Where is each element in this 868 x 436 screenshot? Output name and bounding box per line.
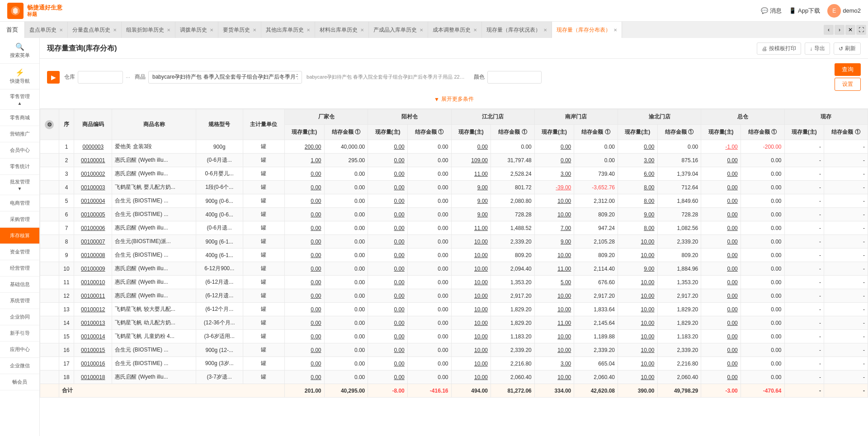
cell-total-qty[interactable]: 0.00: [701, 289, 741, 303]
tab-home[interactable]: 首页: [0, 22, 25, 38]
cell-mucun-qty[interactable]: 0.00: [368, 262, 407, 276]
cell-total-qty[interactable]: 0.00: [701, 330, 741, 343]
cell-code[interactable]: 00100006: [74, 221, 112, 235]
cell-yubei-qty[interactable]: 9.00: [618, 262, 657, 276]
tab-close-icon[interactable]: ✕: [307, 28, 310, 33]
cell-code[interactable]: 00100009: [74, 262, 112, 276]
sidebar-item-basic-info[interactable]: 基础信息: [0, 277, 39, 293]
warehouse-more-icon[interactable]: ···: [126, 74, 130, 80]
sidebar-item-wholesale[interactable]: 批发管理 ▼: [0, 175, 39, 195]
tab-chancheng[interactable]: 产成品入库单历史 ✕: [369, 22, 428, 38]
export-btn[interactable]: ↓ 导出: [805, 42, 830, 55]
tab-close-icon[interactable]: ✕: [613, 28, 617, 33]
tab-xiancunl-kuangkuang[interactable]: 现存量（库存状况表） ✕: [482, 22, 552, 38]
cell-nanan-qty[interactable]: 0.00: [534, 154, 574, 167]
cell-factory-qty[interactable]: 0.00: [285, 289, 324, 303]
sidebar-item-system[interactable]: 系统管理: [0, 293, 39, 309]
settings-icon[interactable]: ⚙: [45, 120, 54, 129]
cell-total-qty[interactable]: 0.00: [701, 181, 741, 194]
cell-jiangbei-qty[interactable]: 9.00: [451, 208, 491, 221]
cell-mucun-qty[interactable]: 0.00: [368, 235, 407, 248]
cell-jiangbei-qty[interactable]: 10.00: [451, 330, 491, 343]
sidebar-item-finance[interactable]: 资金管理: [0, 244, 39, 260]
cell-factory-qty[interactable]: 200.00: [285, 140, 324, 154]
cell-factory-qty[interactable]: 0.00: [285, 221, 324, 235]
cell-yubei-qty[interactable]: 10.00: [618, 316, 657, 330]
tab-zuzhuang[interactable]: 组装折卸单历史 ✕: [122, 22, 175, 38]
cell-yubei-qty[interactable]: 10.00: [618, 370, 657, 384]
cell-jiangbei-qty[interactable]: 11.00: [451, 167, 491, 181]
cell-jiangbei-qty[interactable]: 11.00: [451, 221, 491, 235]
tab-close-icon[interactable]: ✕: [420, 28, 423, 33]
print-btn[interactable]: 🖨 按模板打印: [757, 42, 801, 55]
cell-mucun-qty[interactable]: 0.00: [368, 167, 407, 181]
search-btn[interactable]: 查询: [835, 63, 861, 76]
cell-code[interactable]: 00100001: [74, 154, 112, 167]
cell-nanan-qty[interactable]: 10.00: [534, 330, 574, 343]
cell-factory-qty[interactable]: 0.00: [285, 262, 324, 276]
cell-factory-qty[interactable]: 0.00: [285, 181, 324, 194]
refresh-btn[interactable]: ↺ 刷新: [834, 42, 861, 55]
cell-total-qty[interactable]: 0.00: [701, 208, 741, 221]
cell-code[interactable]: 0000003: [74, 140, 112, 154]
cell-factory-qty[interactable]: 0.00: [285, 167, 324, 181]
cell-mucun-qty[interactable]: 0.00: [368, 276, 407, 289]
cell-nanan-qty[interactable]: 11.00: [534, 316, 574, 330]
cell-jiangbei-qty[interactable]: 9.00: [451, 194, 491, 208]
cell-factory-qty[interactable]: 0.00: [285, 248, 324, 262]
cell-total-qty[interactable]: 0.00: [701, 357, 741, 370]
cell-factory-qty[interactable]: 0.00: [285, 194, 324, 208]
cell-mucun-qty[interactable]: 0.00: [368, 181, 407, 194]
cell-factory-qty[interactable]: 0.00: [285, 357, 324, 370]
expand-conditions-btn[interactable]: ▼ 展开更多条件: [47, 94, 861, 104]
cell-total-qty[interactable]: 0.00: [701, 248, 741, 262]
sidebar-item-retail-mall[interactable]: 零售商城: [0, 110, 39, 126]
cell-yubei-qty[interactable]: 9.00: [618, 208, 657, 221]
cell-total-qty[interactable]: 0.00: [701, 167, 741, 181]
tab-yaohuo[interactable]: 要货单历史 ✕: [218, 22, 261, 38]
cell-code[interactable]: 00100016: [74, 357, 112, 370]
cell-nanan-qty[interactable]: 3.00: [534, 167, 574, 181]
filter-toggle-btn[interactable]: ▶: [47, 71, 60, 84]
cell-nanan-qty[interactable]: 10.00: [534, 343, 574, 357]
tabs-expand-btn[interactable]: ⛶: [856, 25, 866, 35]
cell-nanan-qty[interactable]: 0.00: [534, 140, 574, 154]
cell-jiangbei-qty[interactable]: 10.00: [451, 343, 491, 357]
sidebar-item-purchase[interactable]: 采购管理: [0, 211, 39, 228]
tab-pandian[interactable]: 盘点单历史 ✕: [25, 22, 68, 38]
tab-diaobao[interactable]: 调拨单历史 ✕: [175, 22, 218, 38]
cell-yubei-qty[interactable]: 10.00: [618, 289, 657, 303]
user-menu[interactable]: E demo2: [827, 4, 861, 18]
cell-total-qty[interactable]: 0.00: [701, 235, 741, 248]
cell-factory-qty[interactable]: 0.00: [285, 370, 324, 384]
cell-jiangbei-qty[interactable]: 10.00: [451, 276, 491, 289]
tab-close-icon[interactable]: ✕: [59, 28, 63, 33]
cell-total-qty[interactable]: 0.00: [701, 370, 741, 384]
sidebar-item-operations[interactable]: 经营管理: [0, 260, 39, 277]
cell-code[interactable]: 00100013: [74, 316, 112, 330]
sidebar-item-retail-stats[interactable]: 零售统计: [0, 159, 39, 175]
cell-factory-qty[interactable]: 0.00: [285, 330, 324, 343]
tabs-prev-btn[interactable]: ‹: [824, 25, 834, 35]
cell-code[interactable]: 00100008: [74, 248, 112, 262]
message-btn[interactable]: 💬 消息: [761, 7, 782, 15]
cell-yubei-qty[interactable]: 10.00: [618, 303, 657, 316]
tab-fenliang[interactable]: 分量盘点单历史 ✕: [68, 22, 122, 38]
cell-code[interactable]: 00100002: [74, 167, 112, 181]
cell-nanan-qty[interactable]: 10.00: [534, 289, 574, 303]
cell-jiangbei-qty[interactable]: 10.00: [451, 370, 491, 384]
tab-cailiao[interactable]: 材料出库单历史 ✕: [315, 22, 369, 38]
tab-close-icon[interactable]: ✕: [113, 28, 117, 33]
sidebar-item-enterprise[interactable]: 企业协同: [0, 309, 39, 325]
cell-mucun-qty[interactable]: 0.00: [368, 154, 407, 167]
cell-nanan-qty[interactable]: 3.00: [534, 357, 574, 370]
cell-yubei-qty[interactable]: 10.00: [618, 343, 657, 357]
cell-mucun-qty[interactable]: 0.00: [368, 303, 407, 316]
cell-code[interactable]: 00100004: [74, 194, 112, 208]
cell-code[interactable]: 00100010: [74, 276, 112, 289]
cell-total-qty[interactable]: 0.00: [701, 221, 741, 235]
sidebar-quick-nav[interactable]: ⚡ 快捷导航: [0, 64, 39, 89]
tabs-next-btn[interactable]: ›: [835, 25, 844, 35]
sidebar-item-inventory[interactable]: 库存核算: [0, 228, 39, 244]
cell-factory-qty[interactable]: 0.00: [285, 276, 324, 289]
